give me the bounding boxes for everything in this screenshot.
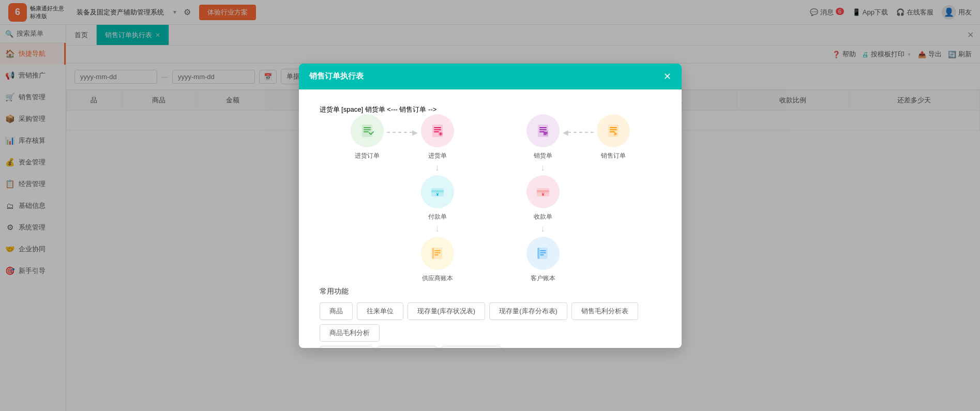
func-btn-stock-status[interactable]: 现存量(库存状况表) bbox=[408, 302, 486, 320]
sales-slip-icon bbox=[526, 114, 560, 147]
common-func-title: 常用功能 bbox=[320, 287, 661, 296]
func-buttons-row1: 商品 往来单位 现存量(库存状况表) 现存量(库存分布表) 销售毛利分析表 商品… bbox=[320, 302, 661, 342]
sales-slip-label: 销货单 bbox=[534, 151, 552, 160]
svg-text:¥: ¥ bbox=[541, 192, 544, 197]
func-btn-product[interactable]: 商品 bbox=[320, 302, 353, 320]
func-btn-stock-dist[interactable]: 现存量(库存分布表) bbox=[489, 302, 567, 320]
svg-text:¥: ¥ bbox=[436, 192, 439, 197]
customer-ledger-label: 客户账本 bbox=[531, 274, 555, 283]
supplier-ledger-label: 供应商账本 bbox=[422, 274, 453, 283]
func-btn-product-profit[interactable]: 商品毛利分析 bbox=[320, 324, 380, 342]
func-btn-partner[interactable]: 往来单位 bbox=[357, 302, 403, 320]
func-btn-sales-profit[interactable]: 销售毛利分析表 bbox=[571, 302, 638, 320]
svg-rect-0 bbox=[362, 125, 372, 137]
flow-node-customer-ledger[interactable]: 客户账本 bbox=[526, 237, 560, 283]
payment-in-label: 收款单 bbox=[534, 212, 552, 221]
modal-header: 销售订单执行表 ✕ bbox=[299, 64, 682, 89]
flow-modal: 销售订单执行表 ✕ 进货单 [space] 销货单 <--- 销售订单 --> bbox=[299, 64, 682, 348]
flow-node-purchase-order[interactable]: 进货订单 bbox=[351, 114, 384, 160]
purchase-order-icon bbox=[351, 114, 384, 147]
common-functions: 常用功能 商品 往来单位 现存量(库存状况表) 现存量(库存分布表) 销售毛利分… bbox=[320, 287, 661, 348]
func-btn-recv-stats[interactable]: 收款情况统计 bbox=[377, 346, 437, 348]
payment-out-label: 付款单 bbox=[428, 212, 447, 221]
payment-in-icon: ¥ bbox=[526, 175, 560, 208]
flow-node-purchase-slip[interactable]: 进货单 bbox=[421, 114, 454, 160]
payment-out-icon: ¥ bbox=[421, 175, 454, 208]
svg-rect-12 bbox=[433, 248, 442, 259]
svg-rect-5 bbox=[608, 125, 619, 137]
modal-overlay[interactable]: 销售订单执行表 ✕ 进货单 [space] 销货单 <--- 销售订单 --> bbox=[0, 0, 980, 411]
func-buttons-row2: 销售排行榜 收款情况统计 付款情况统计 bbox=[320, 346, 661, 348]
sales-order-icon bbox=[597, 114, 630, 147]
flow-diagram: 进货单 [space] 销货单 <--- 销售订单 --> 进货订单 bbox=[320, 105, 661, 283]
purchase-slip-icon bbox=[421, 114, 454, 147]
customer-ledger-icon bbox=[526, 237, 560, 270]
func-btn-sales-ranking[interactable]: 销售排行榜 bbox=[320, 346, 373, 348]
flow-node-sales-order[interactable]: 销售订单 bbox=[597, 114, 630, 160]
flow-node-payment-out[interactable]: ¥ 付款单 bbox=[421, 175, 454, 221]
svg-rect-15 bbox=[537, 248, 539, 259]
purchase-order-label: 进货订单 bbox=[355, 151, 380, 160]
supplier-ledger-icon bbox=[421, 237, 454, 270]
sales-order-label: 销售订单 bbox=[601, 151, 626, 160]
func-btn-pay-stats[interactable]: 付款情况统计 bbox=[441, 346, 501, 348]
modal-close-button[interactable]: ✕ bbox=[664, 71, 671, 82]
flow-node-supplier-ledger[interactable]: 供应商账本 bbox=[421, 237, 454, 283]
purchase-slip-label: 进货单 bbox=[428, 151, 447, 160]
flow-node-payment-in[interactable]: ¥ 收款单 bbox=[526, 175, 560, 221]
modal-body: 进货单 [space] 销货单 <--- 销售订单 --> 进货订单 bbox=[299, 89, 682, 348]
flow-node-sales-slip[interactable]: 销货单 bbox=[526, 114, 560, 160]
modal-title: 销售订单执行表 bbox=[309, 71, 364, 81]
svg-rect-14 bbox=[538, 248, 548, 259]
svg-rect-13 bbox=[432, 248, 434, 259]
